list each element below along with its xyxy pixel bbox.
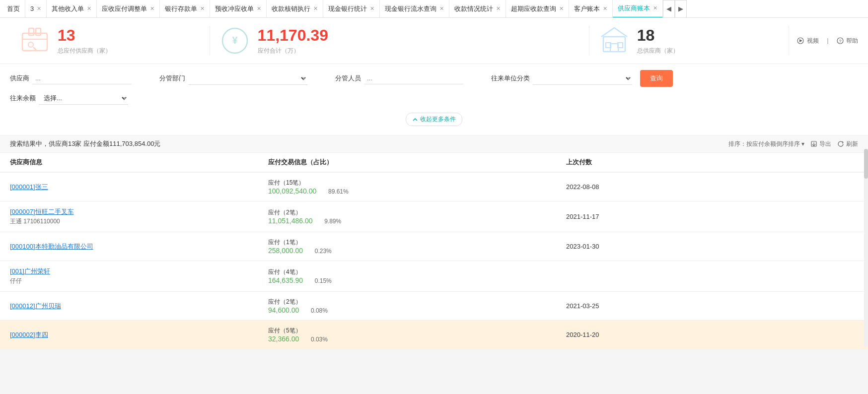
tab-receipt-verify[interactable]: 收款核销执行 ✕ xyxy=(267,0,323,18)
col-supplier-info: 供应商信息 xyxy=(10,158,268,167)
help-link[interactable]: ? 帮助 xyxy=(837,37,858,45)
supplier-name-link[interactable]: [000012]广州贝瑞 xyxy=(10,302,268,311)
svg-rect-1 xyxy=(29,28,34,35)
close-supplier-book-icon[interactable]: ✕ xyxy=(653,5,657,11)
close-adjustment-icon[interactable]: ✕ xyxy=(150,5,154,12)
category-select[interactable] xyxy=(533,72,632,85)
collapse-row: 收起更多条件 xyxy=(10,110,858,129)
export-button[interactable]: 导出 xyxy=(810,140,831,148)
query-button[interactable]: 查询 xyxy=(640,70,673,87)
payable-info-cell: 应付（5笔） 32,366.00 0.03% xyxy=(268,327,566,343)
close-bank-deposit-icon[interactable]: ✕ xyxy=(200,5,205,12)
payable-amount-link[interactable]: 32,366.00 xyxy=(268,335,299,343)
close-overdue-query-icon[interactable]: ✕ xyxy=(559,5,564,12)
filter-row-2: 往来余额 选择... ▾ xyxy=(10,92,858,105)
tab-cash-bank-stat[interactable]: 现金银行统计 ✕ xyxy=(323,0,380,18)
video-link[interactable]: 视频 xyxy=(797,37,818,45)
store-icon xyxy=(599,26,629,56)
svg-text:¥: ¥ xyxy=(232,35,238,46)
tab-bank-deposit[interactable]: 银行存款单 ✕ xyxy=(160,0,210,18)
summary-area: 13 总应付供应商（家） ¥ 11,170.39 应付合计（万） xyxy=(0,18,868,64)
payable-info-cell: 应付（4笔） 164,635.90 0.15% xyxy=(268,268,566,284)
payable-percent: 89.61% xyxy=(328,188,349,195)
payable-info-cell: 应付（15笔） 100,092,540.00 89.61% xyxy=(268,179,566,195)
close-cash-bank-stat-icon[interactable]: ✕ xyxy=(370,5,374,12)
tab-prev-button[interactable]: ◀ xyxy=(663,0,675,18)
supplier-name-link[interactable]: [001]广州荣轩 xyxy=(10,267,268,276)
last-pay-cell: 2021-11-17 xyxy=(566,213,858,220)
payable-percent: 0.23% xyxy=(315,248,332,255)
payable-label-text: 应付（1笔） xyxy=(268,238,566,247)
supplier-contact: 仔仔 xyxy=(10,277,268,285)
payable-amount-link[interactable]: 94,600.00 xyxy=(268,306,299,314)
svg-marker-13 xyxy=(799,39,802,42)
close-receipt-verify-icon[interactable]: ✕ xyxy=(313,5,318,12)
total-supplier-label: 总供应商（家） xyxy=(637,47,679,55)
tab-other-income[interactable]: 其他收入单 ✕ xyxy=(47,0,97,18)
payable-amount-link[interactable]: 100,092,540.00 xyxy=(268,187,316,195)
payable-total: 11,170.39 xyxy=(258,26,328,45)
supplier-name-link[interactable]: [000007]恒旺二手叉车 xyxy=(10,207,268,216)
tab-cash-flow[interactable]: 现金银行流水查询 ✕ xyxy=(380,0,449,18)
export-icon xyxy=(810,140,817,147)
tab-customer-book[interactable]: 客户账本 ✕ xyxy=(569,0,613,18)
tab-next-button[interactable]: ▶ xyxy=(675,0,687,18)
tab-3[interactable]: 3 ✕ xyxy=(25,0,47,18)
payable-amount-link[interactable]: 258,000.00 xyxy=(268,247,303,255)
close-cash-flow-icon[interactable]: ✕ xyxy=(439,5,444,12)
collapse-button[interactable]: 收起更多条件 xyxy=(406,113,462,126)
category-filter: 往来单位分类 ▾ xyxy=(491,72,632,85)
dept-filter: 分管部门 ▾ xyxy=(159,72,307,85)
close-other-income-icon[interactable]: ✕ xyxy=(87,5,91,12)
chevron-up-icon xyxy=(412,117,418,123)
balance-select[interactable]: 选择... xyxy=(39,92,128,105)
sort-button[interactable]: 排序：按应付余额倒序排序 ▾ xyxy=(728,140,804,148)
filter-row-1: 供应商 分管部门 ▾ 分管人员 往来单位分类 ▾ 查询 xyxy=(10,70,858,87)
refresh-icon xyxy=(837,140,844,147)
payable-amount-link[interactable]: 164,635.90 xyxy=(268,276,303,284)
close-customer-book-icon[interactable]: ✕ xyxy=(603,5,607,12)
balance-filter-label: 往来余额 xyxy=(10,94,36,103)
tab-overdue-query[interactable]: 超期应收款查询 ✕ xyxy=(506,0,569,18)
refresh-button[interactable]: 刷新 xyxy=(837,140,858,148)
scrollbar-track[interactable] xyxy=(864,149,868,347)
payable-label-text: 应付（2笔） xyxy=(268,298,566,306)
tab-adjustment[interactable]: 应收应付调整单 ✕ xyxy=(97,0,160,18)
svg-text:?: ? xyxy=(839,39,841,44)
supplier-info-cell: [000001]张三 xyxy=(10,183,268,192)
person-filter-label: 分管人员 xyxy=(335,74,361,83)
supplier-info-cell: [000012]广州贝瑞 xyxy=(10,302,268,311)
supplier-input[interactable] xyxy=(32,72,132,84)
table-row: [000100]本特勤油品有限公司 应付（1笔） 258,000.00 0.23… xyxy=(0,232,868,261)
result-bar-right: 排序：按应付余额倒序排序 ▾ 导出 刷新 xyxy=(728,140,858,148)
supplier-name-link[interactable]: [000100]本特勤油品有限公司 xyxy=(10,242,268,251)
help-area: 视频 ｜ ? 帮助 xyxy=(789,37,858,45)
scrollbar-thumb[interactable] xyxy=(864,149,868,179)
last-pay-date: 2023-01-30 xyxy=(566,243,599,250)
supplier-name-link[interactable]: [000001]张三 xyxy=(10,183,268,192)
tab-prepay-offset[interactable]: 预收冲应收单 ✕ xyxy=(210,0,267,18)
tab-supplier-book[interactable]: 供应商账本 ✕ xyxy=(613,0,663,18)
payable-label-text: 应付（15笔） xyxy=(268,179,566,187)
dept-select[interactable] xyxy=(188,72,307,85)
balance-select-wrap: 选择... ▾ xyxy=(39,92,128,105)
payable-amount-link[interactable]: 11,051,486.00 xyxy=(268,217,313,225)
supplier-name-link[interactable]: [000002]李四 xyxy=(10,330,268,339)
payable-label-text: 应付（2笔） xyxy=(268,208,566,217)
payable-label-text: 应付（5笔） xyxy=(268,327,566,335)
supplier-info-cell: [001]广州荣轩 仔仔 xyxy=(10,267,268,285)
close-prepay-offset-icon[interactable]: ✕ xyxy=(257,5,261,12)
payable-percent: 9.89% xyxy=(324,218,341,225)
payable-percent: 0.08% xyxy=(311,307,328,314)
tab-receipt-stat[interactable]: 收款情况统计 ✕ xyxy=(449,0,506,18)
person-input[interactable] xyxy=(364,72,463,84)
summary-card-total-suppliers: 18 总供应商（家） xyxy=(589,26,790,56)
close-receipt-stat-icon[interactable]: ✕ xyxy=(496,5,501,12)
payable-percent: 0.03% xyxy=(311,336,328,343)
tab-home[interactable]: 首页 xyxy=(2,0,25,18)
dept-filter-label: 分管部门 xyxy=(159,74,185,83)
close-tab-3-icon[interactable]: ✕ xyxy=(37,5,41,12)
category-select-wrap: ▾ xyxy=(533,72,632,85)
table-area: 供应商信息 应付交易信息（占比） 上次付数 [000001]张三 应付（15笔）… xyxy=(0,153,868,349)
svg-rect-9 xyxy=(610,44,618,52)
